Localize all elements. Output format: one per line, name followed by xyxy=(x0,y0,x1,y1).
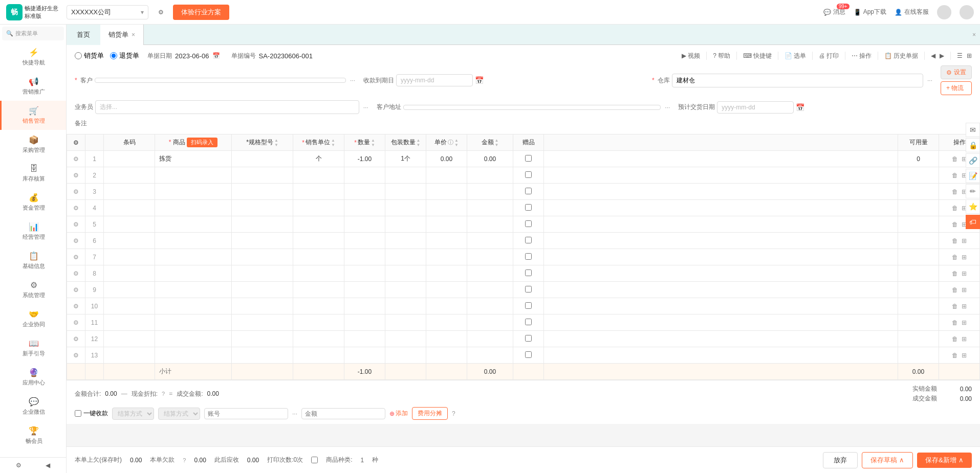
copy-icon-6[interactable]: ⊞ xyxy=(962,254,967,261)
row-product-0[interactable]: 拣货 xyxy=(155,151,232,167)
row-action-7[interactable]: 🗑 ⊞ xyxy=(939,265,980,282)
row-gift-1[interactable] xyxy=(513,167,544,184)
sidebar-item-purchase[interactable]: 📦 采购管理 xyxy=(0,130,66,159)
row-product-9[interactable] xyxy=(155,298,232,314)
row-pkg-12[interactable] xyxy=(385,347,426,364)
float-btn-5[interactable]: ✏ xyxy=(966,184,980,198)
row-gift-6[interactable] xyxy=(513,249,544,265)
row-settings-11[interactable]: ⚙ xyxy=(67,331,85,347)
select-button[interactable]: 📄 选单 xyxy=(785,52,806,60)
online-service-button[interactable]: 👤 在线客服 xyxy=(895,8,929,16)
add-payment-button[interactable]: ⊕ 添加 xyxy=(389,409,408,418)
copy-icon-10[interactable]: ⊞ xyxy=(962,319,967,326)
one-click-pay-checkbox[interactable]: 一键收款 xyxy=(75,409,108,418)
row-unit-5[interactable] xyxy=(293,233,344,249)
row-settings-5[interactable]: ⚙ xyxy=(67,233,85,249)
row-barcode-9[interactable] xyxy=(104,298,155,314)
discard-button[interactable]: 放弃 xyxy=(823,452,858,468)
row-product-12[interactable] xyxy=(155,347,232,364)
row-settings-0[interactable]: ⚙ xyxy=(67,151,85,167)
row-pkg-9[interactable] xyxy=(385,298,426,314)
row-settings-3[interactable]: ⚙ xyxy=(67,200,85,216)
row-action-9[interactable]: 🗑 ⊞ xyxy=(939,298,980,314)
sidebar-item-apps[interactable]: 🔮 应用中心 xyxy=(0,363,66,392)
customer-dots[interactable]: ··· xyxy=(350,77,355,84)
row-unit-6[interactable] xyxy=(293,249,344,265)
tab-sales-order[interactable]: 销货单 × xyxy=(100,25,144,45)
copy-icon-8[interactable]: ⊞ xyxy=(962,286,967,294)
row-price-8[interactable] xyxy=(426,282,467,298)
row-notes-6[interactable] xyxy=(544,249,898,265)
history-button[interactable]: 📋 历史单据 xyxy=(884,52,918,60)
row-unit-9[interactable] xyxy=(293,298,344,314)
customer-input[interactable] xyxy=(95,78,346,83)
warehouse-dots[interactable]: ··· xyxy=(927,77,932,84)
shortcuts-button[interactable]: ⌨ 快捷键 xyxy=(743,52,772,60)
copy-icon-11[interactable]: ⊞ xyxy=(962,335,967,343)
sidebar-settings-icon[interactable]: ⚙ xyxy=(16,462,21,469)
delete-icon-1[interactable]: 🗑 xyxy=(952,172,958,179)
customer-addr-input[interactable] xyxy=(403,105,661,110)
row-settings-12[interactable]: ⚙ xyxy=(67,347,85,364)
row-amount-7[interactable] xyxy=(467,265,513,282)
payment-method-select2[interactable]: 结算方式 xyxy=(158,408,200,420)
row-notes-1[interactable] xyxy=(544,167,898,184)
row-spec-7[interactable] xyxy=(232,265,293,282)
sidebar-item-vip[interactable]: 🏆 畅会员 xyxy=(0,421,66,450)
payment-method-select[interactable]: 结算方式 xyxy=(112,408,154,420)
row-amount-8[interactable] xyxy=(467,282,513,298)
copy-icon-7[interactable]: ⊞ xyxy=(962,270,967,277)
nav-prev-button[interactable]: ◀ xyxy=(931,52,935,59)
row-barcode-7[interactable] xyxy=(104,265,155,282)
row-settings-9[interactable]: ⚙ xyxy=(67,298,85,314)
row-action-8[interactable]: 🗑 ⊞ xyxy=(939,282,980,298)
delete-icon-5[interactable]: 🗑 xyxy=(952,237,958,244)
search-menu[interactable]: 🔍 搜索菜单 xyxy=(2,27,64,40)
row-barcode-8[interactable] xyxy=(104,282,155,298)
row-pkg-4[interactable] xyxy=(385,216,426,233)
row-gift-8[interactable] xyxy=(513,282,544,298)
row-barcode-11[interactable] xyxy=(104,331,155,347)
avatar[interactable] xyxy=(937,5,951,19)
row-gift-4[interactable] xyxy=(513,216,544,233)
row-barcode-5[interactable] xyxy=(104,233,155,249)
logistics-button[interactable]: + 物流 xyxy=(941,81,972,95)
row-settings-6[interactable]: ⚙ xyxy=(67,249,85,265)
sidebar-item-finance[interactable]: 💰 资金管理 xyxy=(0,188,66,217)
row-product-10[interactable] xyxy=(155,314,232,331)
row-gift-10[interactable] xyxy=(513,314,544,331)
copy-icon-9[interactable]: ⊞ xyxy=(962,303,967,310)
save-draft-dropdown-icon[interactable]: ∧ xyxy=(899,456,904,464)
row-barcode-12[interactable] xyxy=(104,347,155,364)
account-dots[interactable]: ··· xyxy=(292,410,297,417)
avatar2[interactable] xyxy=(960,5,974,19)
row-notes-0[interactable] xyxy=(544,151,898,167)
row-pkg-7[interactable] xyxy=(385,265,426,282)
company-selector[interactable]: XXXXXX公司 ▾ xyxy=(67,5,148,19)
delete-icon-0[interactable]: 🗑 xyxy=(952,155,958,163)
view-list-button[interactable]: ☰ xyxy=(957,52,963,59)
row-action-6[interactable]: 🗑 ⊞ xyxy=(939,249,980,265)
row-gift-0[interactable] xyxy=(513,151,544,167)
save-new-dropdown-icon[interactable]: ∧ xyxy=(959,456,964,464)
row-gift-12[interactable] xyxy=(513,347,544,364)
row-action-10[interactable]: 🗑 ⊞ xyxy=(939,314,980,331)
sidebar-item-system[interactable]: ⚙ 系统管理 xyxy=(0,275,66,304)
row-pkg-10[interactable] xyxy=(385,314,426,331)
sidebar-item-collaboration[interactable]: 🤝 企业协同 xyxy=(0,304,66,333)
sidebar-item-guide[interactable]: 📖 新手引导 xyxy=(0,333,66,363)
row-qty-11[interactable] xyxy=(344,331,385,347)
app-download-button[interactable]: 📱 App下载 xyxy=(854,8,886,16)
row-notes-3[interactable] xyxy=(544,200,898,216)
row-pkg-2[interactable] xyxy=(385,184,426,200)
row-barcode-0[interactable] xyxy=(104,151,155,167)
row-settings-10[interactable]: ⚙ xyxy=(67,314,85,331)
product-type-checkbox[interactable] xyxy=(311,457,318,463)
copy-icon-12[interactable]: ⊞ xyxy=(962,352,967,359)
row-settings-2[interactable]: ⚙ xyxy=(67,184,85,200)
row-product-1[interactable] xyxy=(155,167,232,184)
trial-button[interactable]: 体验行业方案 xyxy=(173,5,229,20)
warehouse-input[interactable]: 建材仓 xyxy=(672,74,923,87)
video-button[interactable]: ▶ 视频 xyxy=(682,52,700,60)
row-spec-6[interactable] xyxy=(232,249,293,265)
